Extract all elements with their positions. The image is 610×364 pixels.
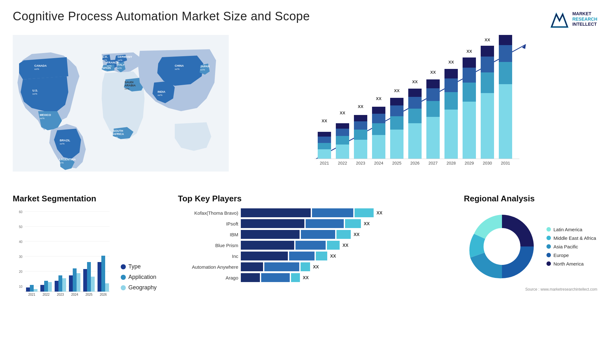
svg-text:xx%: xx%	[102, 59, 107, 62]
player-bar-arago: XX	[241, 273, 458, 282]
svg-rect-129	[83, 269, 87, 292]
bar-seg3	[355, 208, 374, 217]
svg-point-141	[484, 228, 520, 265]
svg-rect-83	[481, 72, 494, 93]
logo-icon	[550, 10, 569, 29]
svg-text:XX: XX	[466, 49, 472, 54]
svg-text:XX: XX	[448, 60, 454, 64]
player-name-kofax: Kofax(Thoma Bravo)	[178, 210, 238, 216]
svg-text:SPAIN: SPAIN	[102, 66, 111, 70]
svg-rect-80	[463, 57, 476, 68]
svg-rect-52	[372, 135, 385, 159]
svg-rect-87	[499, 84, 512, 159]
svg-rect-65	[408, 89, 422, 97]
svg-text:INDIA: INDIA	[158, 90, 166, 93]
svg-text:xx%: xx%	[113, 136, 118, 139]
bar-seg1	[241, 219, 304, 228]
player-bar-blueprism: XX	[241, 241, 458, 250]
logo-text: MARKET RESEARCH INTELLECT	[572, 11, 597, 27]
bar-seg1	[241, 230, 300, 239]
svg-rect-125	[62, 278, 66, 292]
svg-text:2028: 2028	[447, 161, 456, 165]
svg-rect-79	[463, 68, 476, 83]
segmentation-chart: 60 50 40 30 20 10	[13, 208, 114, 297]
svg-text:50: 50	[19, 225, 23, 229]
svg-text:xx%: xx%	[32, 92, 37, 95]
seg-chart-container: 60 50 40 30 20 10	[13, 208, 172, 297]
bar-seg3	[336, 230, 351, 239]
svg-text:xx%: xx%	[59, 161, 64, 164]
svg-text:SOUTH: SOUTH	[113, 129, 123, 132]
svg-rect-37	[318, 149, 331, 159]
player-name-ibm: IBM	[178, 232, 238, 237]
svg-rect-122	[48, 282, 52, 292]
reg-label-europe: Europe	[553, 253, 569, 258]
svg-rect-121	[44, 281, 48, 292]
svg-rect-75	[444, 69, 458, 78]
player-row: Blue Prism XX	[178, 241, 458, 250]
player-bar-ibm: XX	[241, 230, 458, 239]
bar-seg1	[241, 252, 288, 260]
svg-rect-132	[98, 262, 101, 292]
svg-text:XX: XX	[394, 88, 400, 93]
players-container: Kofax(Thoma Bravo) XX IPsoft XX	[178, 208, 458, 282]
legend-type-dot	[121, 264, 126, 269]
svg-rect-89	[499, 45, 512, 62]
svg-rect-38	[318, 143, 331, 149]
svg-rect-90	[499, 35, 512, 45]
svg-rect-49	[354, 121, 367, 130]
bar-chart-area: XX XX XX XX	[235, 35, 597, 184]
svg-text:XX: XX	[376, 96, 382, 101]
svg-rect-130	[87, 262, 91, 292]
svg-rect-78	[463, 83, 476, 102]
legend-geography-label: Geography	[128, 284, 157, 291]
svg-rect-73	[444, 92, 458, 110]
svg-text:2031: 2031	[501, 161, 510, 165]
key-players-title: Top Key Players	[178, 194, 458, 204]
svg-text:30: 30	[19, 255, 23, 259]
svg-text:ARGENTINA: ARGENTINA	[59, 158, 76, 161]
player-row: Inc XX	[178, 252, 458, 260]
legend-type: Type	[121, 263, 157, 270]
player-row: Kofax(Thoma Bravo) XX	[178, 208, 458, 217]
bar-seg3	[316, 252, 327, 260]
svg-text:U.S.: U.S.	[32, 89, 38, 92]
reg-dot-northamerica	[546, 261, 551, 266]
svg-text:xx%: xx%	[118, 59, 122, 62]
svg-rect-82	[481, 93, 494, 159]
svg-text:2025: 2025	[85, 293, 93, 296]
svg-text:60: 60	[19, 210, 23, 214]
regional-analysis-area: Regional Analysis	[464, 194, 597, 314]
bar-seg2	[312, 208, 353, 217]
svg-text:XX: XX	[358, 104, 363, 109]
svg-text:xx%: xx%	[200, 68, 205, 71]
source-text: Source : www.marketresearchintellect.com	[464, 287, 597, 292]
svg-rect-59	[390, 105, 403, 116]
bar-seg2	[295, 241, 326, 250]
player-bar-automation: XX	[241, 262, 458, 271]
legend-geography: Geography	[121, 284, 157, 291]
svg-rect-55	[372, 107, 385, 114]
segmentation-area: Market Segmentation 60 50 40 30 20 10	[13, 194, 172, 314]
bar-seg3	[345, 219, 361, 228]
svg-rect-53	[372, 123, 385, 135]
svg-rect-43	[336, 136, 349, 145]
svg-text:20: 20	[19, 270, 23, 273]
player-xx-inc: XX	[330, 253, 336, 259]
svg-rect-70	[426, 79, 440, 88]
svg-text:2021: 2021	[320, 161, 329, 165]
bar-seg2	[301, 230, 335, 239]
svg-rect-118	[30, 285, 34, 292]
reg-legend-latin: Latin America	[546, 227, 596, 232]
svg-rect-77	[463, 102, 476, 159]
svg-rect-119	[34, 289, 37, 292]
svg-text:xx%: xx%	[117, 67, 122, 70]
legend-type-label: Type	[128, 263, 141, 270]
svg-text:2022: 2022	[338, 161, 347, 165]
logo-market: MARKET	[572, 11, 597, 17]
svg-text:2030: 2030	[483, 161, 492, 165]
svg-text:10: 10	[19, 285, 23, 288]
player-bar-kofax: XX	[241, 208, 458, 217]
svg-text:xx%: xx%	[125, 87, 129, 90]
svg-rect-84	[481, 57, 494, 72]
